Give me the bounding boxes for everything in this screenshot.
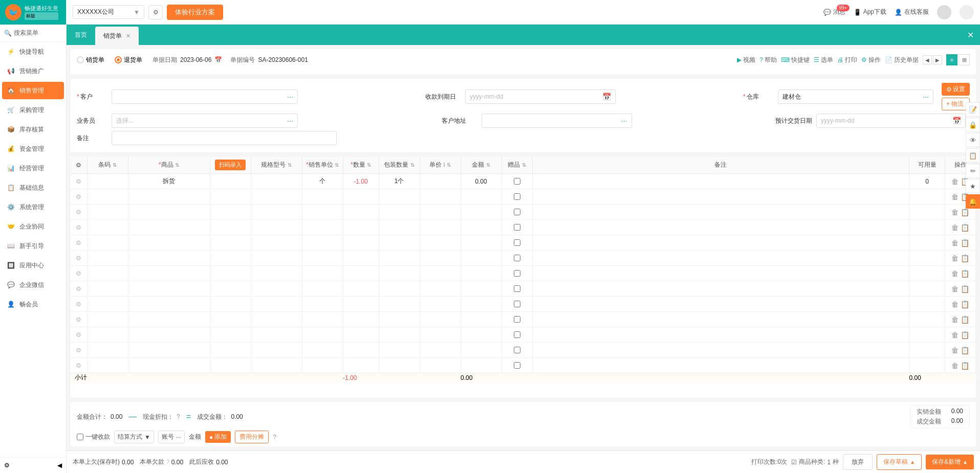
cell-price[interactable] [420,297,461,312]
cell-unit[interactable]: 个 [302,174,343,189]
sidebar-item-member[interactable]: 👤 畅会员 [0,295,66,314]
cell-product[interactable] [128,297,210,312]
cell-gear[interactable]: ⚙ [71,205,87,220]
cell-remark[interactable] [532,251,909,266]
delete-row-btn[interactable]: 🗑 [951,254,959,262]
cell-spec[interactable] [251,343,302,358]
sidebar-item-sys-mgmt[interactable]: ⚙️ 系统管理 [0,197,66,217]
cell-remark[interactable] [532,235,909,251]
cell-amount[interactable] [461,297,502,312]
sidebar-item-purchase-mgmt[interactable]: 🛒 采购管理 [0,100,66,120]
cell-barcode[interactable] [87,297,128,312]
prev-arrow[interactable]: ◀ [923,55,932,64]
message-button[interactable]: 💬 消息 99+ [823,8,845,16]
sidebar-item-capital[interactable]: 💰 资金管理 [0,139,66,159]
cell-spec[interactable] [251,358,302,373]
customer-address-input[interactable]: ··· [482,114,632,128]
cell-barcode[interactable] [87,220,128,235]
cell-spec[interactable] [251,327,302,343]
cell-amount[interactable] [461,189,502,205]
cell-product[interactable] [128,251,210,266]
delete-row-btn[interactable]: 🗑 [951,208,959,216]
save-new-button[interactable]: 保存&新增 ▲ [926,455,974,469]
cell-spec[interactable] [251,266,302,281]
cell-price[interactable] [420,266,461,281]
cell-pkgqty[interactable] [379,358,420,373]
cell-unit[interactable] [302,235,343,251]
cell-price[interactable] [420,358,461,373]
cell-qty[interactable] [343,343,379,358]
gift-checkbox[interactable] [514,224,520,231]
delete-row-btn[interactable]: 🗑 [951,177,959,186]
cell-barcode[interactable] [87,235,128,251]
cell-spec[interactable] [251,251,302,266]
cell-barcode[interactable] [87,189,128,205]
copy-row-btn[interactable]: 📋 [961,316,969,324]
cell-gear[interactable]: ⚙ [71,358,87,373]
cell-gear[interactable]: ⚙ [71,251,87,266]
gift-checkbox[interactable] [514,239,520,246]
sidebar-item-app-center[interactable]: 🔲 应用中心 [0,256,66,275]
cell-barcode[interactable] [87,205,128,220]
cell-unit[interactable] [302,297,343,312]
copy-row-btn[interactable]: 📋 [961,223,969,232]
cell-spec[interactable] [251,189,302,205]
tab-sales-order[interactable]: 销货单 ✕ [95,27,139,45]
avatar[interactable] [937,5,951,19]
cell-gear[interactable]: ⚙ [71,343,87,358]
cell-pkgqty[interactable] [379,266,420,281]
cell-barcode[interactable] [87,343,128,358]
delete-row-btn[interactable]: 🗑 [951,239,959,247]
cell-gift[interactable] [502,205,532,220]
cell-barcode[interactable] [87,281,128,297]
history-btn[interactable]: 📄 历史单据 [885,56,919,64]
account-select[interactable]: 账号 ··· [158,431,185,443]
cell-remark[interactable] [532,189,909,205]
cell-pkgqty[interactable] [379,189,420,205]
cell-amount[interactable] [461,312,502,327]
cell-barcode[interactable] [87,327,128,343]
gift-checkbox[interactable] [514,347,520,353]
cell-gift[interactable] [502,235,532,251]
cell-gift[interactable] [502,312,532,327]
cell-pkgqty[interactable] [379,205,420,220]
cell-qty[interactable] [343,251,379,266]
cell-remark[interactable] [532,266,909,281]
cell-unit[interactable] [302,343,343,358]
sidebar-item-new-guide[interactable]: 📖 新手引导 [0,236,66,256]
salesperson-input[interactable]: 选择... ··· [112,114,298,128]
cell-unit[interactable] [302,327,343,343]
cell-price[interactable] [420,189,461,205]
cell-barcode[interactable] [87,358,128,373]
th-gear[interactable]: ⚙ [71,156,87,174]
delete-row-btn[interactable]: 🗑 [951,362,959,370]
cell-qty[interactable] [343,235,379,251]
cell-price[interactable] [420,174,461,189]
cell-remark[interactable] [532,174,909,189]
tab-close-icon[interactable]: ✕ [126,33,130,39]
gift-checkbox[interactable] [514,316,520,323]
next-arrow[interactable]: ▶ [933,55,942,64]
cell-product[interactable] [128,235,210,251]
cell-barcode[interactable] [87,174,128,189]
delete-row-btn[interactable]: 🗑 [951,285,959,293]
cell-amount[interactable] [461,358,502,373]
video-btn[interactable]: ▶ 视频 [737,56,755,64]
cell-product[interactable]: 拆货 [128,174,210,189]
cell-qty[interactable] [343,358,379,373]
operations-btn[interactable]: ⚙ 操作 [861,56,881,64]
cell-remark[interactable] [532,327,909,343]
delete-row-btn[interactable]: 🗑 [951,269,959,278]
radio-return[interactable]: 退货单 [115,56,142,64]
payment-method-select[interactable]: 结算方式 ▼ [114,431,154,443]
cell-pkgqty[interactable] [379,297,420,312]
cell-gift[interactable] [502,327,532,343]
cell-amount[interactable] [461,235,502,251]
cell-remark[interactable] [532,312,909,327]
cell-gear[interactable]: ⚙ [71,266,87,281]
sidebar-collapse-icon[interactable]: ◀ [57,462,62,469]
app-download-button[interactable]: 📱 App下载 [854,8,886,16]
gift-checkbox[interactable] [514,301,520,307]
radio-sales[interactable]: 销货单 [77,56,104,64]
cell-product[interactable] [128,205,210,220]
